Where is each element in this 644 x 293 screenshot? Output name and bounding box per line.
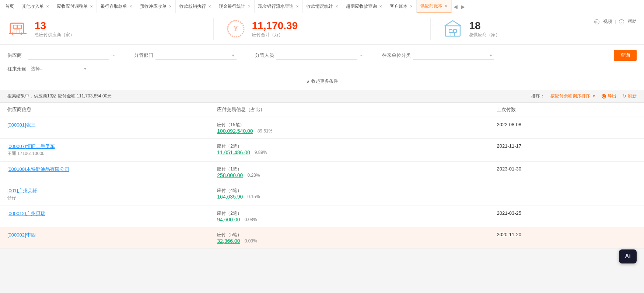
nav-tab-prepay-offset[interactable]: 预收冲应收单 ✕ [136,0,176,13]
lastpay-date-5: 2021-03-25 [497,210,521,216]
nav-tab-other-income-close[interactable]: ✕ [46,4,49,8]
filter-supplier: 供应商 ··· [7,51,116,60]
nav-tab-other-income-label: 其他收入单 [22,3,44,10]
trans-amount-4[interactable]: 164,635.90 [217,194,243,200]
nav-tab-cash-bank-stat-close[interactable]: ✕ [248,4,251,8]
export-button[interactable]: 导出 [602,93,616,99]
nav-tab-other-income[interactable]: 其他收入单 ✕ [18,0,53,13]
nav-tab-receipt-stat[interactable]: 收款情况统计 ✕ [303,0,342,13]
nav-tab-customer-account[interactable]: 客户账本 ✕ [386,0,417,13]
filter-category: 往来单位分类 ▼ [382,51,494,60]
table-row[interactable]: [001]广州荣轩 仔仔 应付（4笔） 164,635.90 0.15% [0,183,644,206]
person-input[interactable] [276,51,357,60]
filter-row-2: 往来余额 ▼ [7,65,637,73]
supplier-table: 供应商信息 应付交易信息（占比） 上次付数 [000001]张三 应付（15笔）… [0,103,644,249]
help-icon: ? [619,19,624,24]
nav-tab-cash-bank-stat-label: 现金银行统计 [219,3,245,10]
nav-tab-ap-adjust[interactable]: 应收应付调整单 ✕ [53,0,97,13]
supplier-link-6[interactable]: [000002]李四 [7,232,217,238]
trans-amount-1[interactable]: 100,092,540.00 [217,128,253,134]
dept-select-wrap: ▼ [155,51,237,60]
result-summary-text: 搜索结果中，供应商13家 应付金额 111,703,854.00元 [7,93,112,99]
video-link[interactable]: 视频 [603,18,612,25]
nav-tab-bank-deposit[interactable]: 银行存取款单 ✕ [97,0,136,13]
supplier-ellipsis-icon[interactable]: ··· [111,52,116,58]
dept-filter-label: 分管部门 [134,52,153,59]
lastpay-5: 2021-03-25 [497,210,637,216]
nav-tab-cash-bank-stat[interactable]: 现金银行统计 ✕ [215,0,255,13]
supplier-info-3: [000100]本特勤油品有限公司 [7,166,217,173]
filter-area: 供应商 ··· 分管部门 ▼ 分管人员 ··· 往来单位分类 ▼ 查询 [0,45,644,90]
nav-tab-supplier-account[interactable]: 供应商账本 ✕ [417,0,452,13]
nav-tab-receipt-stat-close[interactable]: ✕ [335,4,338,8]
supplier-link-1[interactable]: [000001]张三 [7,122,217,128]
nav-tab-overdue-query[interactable]: 超期应收款查询 ✕ [342,0,386,13]
table-row[interactable]: [000012]广州贝瑞 应付（2笔） 94,600.00 0.08% 2021… [0,206,644,227]
svg-rect-2 [18,25,21,29]
chevron-up-icon: ∧ [307,79,310,84]
table-row[interactable]: [000007]恒旺二手叉车 王通 17106110000 应付（2笔） 11,… [0,139,644,162]
result-bar: 搜索结果中，供应商13家 应付金额 111,703,854.00元 排序： 按应… [0,90,644,103]
supplier-link-4[interactable]: [001]广州荣轩 [7,187,217,194]
refresh-button[interactable]: ↻ 刷新 [622,93,637,99]
nav-tab-cash-bank-flow[interactable]: 现金银行流水查询 ✕ [255,0,303,13]
nav-tab-receipt-verify-label: 收款核销执行 [179,3,206,10]
table-row[interactable]: [000001]张三 应付（15笔） 100,092,540.00 89.61%… [0,117,644,139]
trans-amount-2[interactable]: 11,051,486.00 [217,149,250,155]
trans-label-1: 应付（15笔） [217,122,497,128]
nav-tab-bank-deposit-close[interactable]: ✕ [129,4,132,8]
trans-label-2: 应付（2笔） [217,143,497,149]
sort-value[interactable]: 按应付余额倒序排序 ▼ [550,93,596,99]
supplier-info-1: [000001]张三 [7,122,217,128]
total-suppliers-text: 18 总供应商（家） [469,20,500,38]
supplier-input[interactable] [28,51,109,60]
supplier-icon [7,18,29,40]
trans-amount-6[interactable]: 32,366.00 [217,238,240,244]
payable-amount-value: 11,170.39 [252,20,298,32]
query-button[interactable]: 查询 [614,50,637,61]
supplier-filter-label: 供应商 [7,52,26,59]
nav-tab-supplier-account-close[interactable]: ✕ [445,4,448,8]
supplier-sub-4: 仔仔 [7,195,217,201]
nav-tab-home[interactable]: 首页 [1,0,18,13]
balance-select-wrap: ▼ [29,65,88,73]
transaction-info-6: 应付（5笔） 32,366.00 0.03% [217,232,497,244]
nav-tab-receipt-verify[interactable]: 收款核销执行 ✕ [176,0,215,13]
nav-tab-receipt-verify-close[interactable]: ✕ [208,4,211,8]
svg-text:¥: ¥ [234,25,238,32]
nav-next-arrow[interactable]: ▶ [459,0,466,13]
trans-amount-3[interactable]: 258,000.00 [217,172,243,178]
supplier-link-5[interactable]: [000012]广州贝瑞 [7,210,217,217]
supplier-link-3[interactable]: [000100]本特勤油品有限公司 [7,166,217,173]
nav-prev-arrow[interactable]: ◀ [452,0,459,13]
export-icon [602,94,606,99]
filter-dept: 分管部门 ▼ [134,51,237,60]
collapse-row: ∧ 收起更多条件 [7,77,637,86]
trans-amount-5[interactable]: 94,600.00 [217,217,240,223]
top-right-links: ▷ 视频 | ? 帮助 [594,18,637,25]
store-icon [442,18,464,40]
balance-input[interactable] [29,65,88,73]
category-filter-label: 往来单位分类 [382,52,411,59]
table-row[interactable]: [000002]李四 应付（5笔） 32,366.00 0.03% 2020-1… [0,227,644,249]
nav-tab-cash-bank-flow-close[interactable]: ✕ [296,4,299,8]
category-input[interactable] [413,51,494,60]
lastpay-date-3: 2023-01-30 [497,166,521,172]
help-link[interactable]: 帮助 [628,18,637,25]
nav-tab-ap-adjust-close[interactable]: ✕ [90,4,93,8]
collapse-button[interactable]: ∧ 收起更多条件 [307,77,338,86]
summary-payable-amount: ¥ 11,170.39 应付合计（万） [225,18,420,40]
nav-tab-customer-account-close[interactable]: ✕ [410,4,413,8]
trans-percent-6: 0.03% [245,238,257,244]
trans-label-6: 应付（5笔） [217,232,497,238]
refresh-label: 刷新 [628,93,637,99]
table-row[interactable]: [000100]本特勤油品有限公司 应付（1笔） 258,000.00 0.23… [0,162,644,183]
category-select-wrap: ▼ [413,51,494,60]
supplier-link-2[interactable]: [000007]恒旺二手叉车 [7,143,217,150]
nav-tab-prepay-offset-close[interactable]: ✕ [169,4,172,8]
person-ellipsis-icon[interactable]: ··· [360,52,364,58]
dept-input[interactable] [155,51,237,60]
nav-tab-overdue-query-close[interactable]: ✕ [379,4,382,8]
transaction-info-3: 应付（1笔） 258,000.00 0.23% [217,166,497,178]
trans-label-3: 应付（1笔） [217,166,497,172]
